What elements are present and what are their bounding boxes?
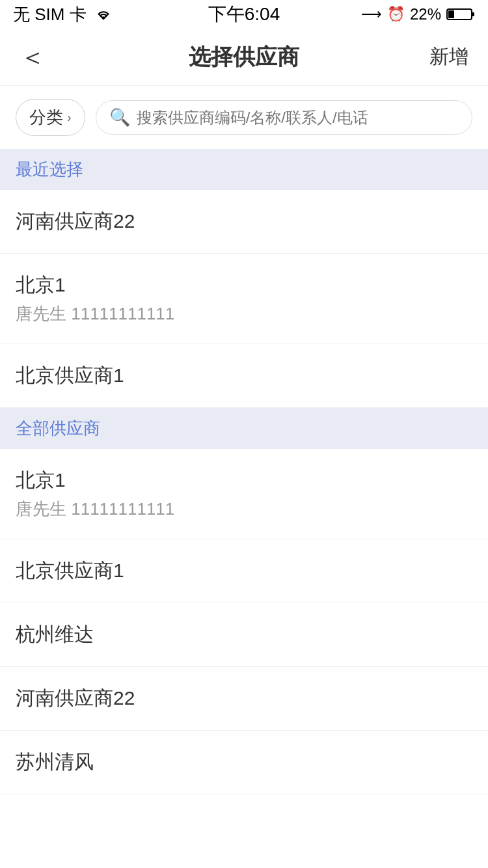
category-label: 分类 (29, 106, 63, 129)
alarm-icon: ⏰ (387, 6, 405, 23)
battery-icon (446, 7, 475, 21)
item-name: 北京供应商1 (16, 558, 472, 584)
item-sub: 唐先生 11111111111 (16, 303, 472, 325)
all-list-item[interactable]: 河南供应商22 (0, 667, 488, 731)
status-time: 下午6:04 (208, 2, 280, 27)
all-section-label: 全部供应商 (16, 418, 100, 438)
search-wrapper: 🔍 (96, 100, 472, 135)
svg-rect-2 (448, 10, 454, 18)
location-icon: ⟶ (361, 6, 382, 23)
status-right: ⟶ ⏰ 22% (361, 5, 475, 23)
item-name: 杭州维达 (16, 621, 472, 648)
add-new-button[interactable]: 新增 (429, 44, 468, 70)
page-title: 选择供应商 (189, 42, 299, 72)
nav-bar: ＜ 选择供应商 新增 (0, 29, 488, 86)
status-left: 无 SIM 卡 (13, 3, 114, 26)
recent-section-header: 最近选择 (0, 149, 488, 190)
all-list-item[interactable]: 北京供应商1 (0, 539, 488, 603)
back-button[interactable]: ＜ (20, 39, 59, 75)
item-name: 北京1 (16, 467, 472, 494)
search-input[interactable] (137, 109, 459, 127)
item-name: 河南供应商22 (16, 685, 472, 712)
recent-list-item[interactable]: 北京供应商1 (0, 344, 488, 408)
all-list-item[interactable]: 北京1唐先生 11111111111 (0, 449, 488, 539)
chevron-right-icon: › (67, 110, 72, 125)
recent-items-list: 河南供应商22北京1唐先生 11111111111北京供应商1 (0, 190, 488, 408)
all-section-header: 全部供应商 (0, 408, 488, 449)
no-sim-text: 无 SIM 卡 (13, 3, 87, 26)
all-items-list: 北京1唐先生 11111111111北京供应商1杭州维达河南供应商22苏州清风 (0, 449, 488, 794)
recent-section-label: 最近选择 (16, 159, 83, 179)
status-bar: 无 SIM 卡 下午6:04 ⟶ ⏰ 22% (0, 0, 488, 29)
recent-list-item[interactable]: 北京1唐先生 11111111111 (0, 254, 488, 344)
all-list-item[interactable]: 苏州清风 (0, 731, 488, 794)
item-name: 北京1 (16, 272, 472, 299)
item-name: 北京供应商1 (16, 362, 472, 389)
search-bar: 分类 › 🔍 (0, 86, 488, 149)
item-name: 河南供应商22 (16, 208, 472, 235)
item-sub: 唐先生 11111111111 (16, 498, 472, 521)
search-icon: 🔍 (109, 107, 130, 128)
all-list-item[interactable]: 杭州维达 (0, 603, 488, 667)
wifi-icon (93, 7, 114, 21)
category-button[interactable]: 分类 › (16, 99, 85, 136)
item-name: 苏州清风 (16, 749, 472, 776)
svg-rect-1 (472, 12, 474, 16)
battery-text: 22% (410, 5, 441, 23)
recent-list-item[interactable]: 河南供应商22 (0, 190, 488, 254)
